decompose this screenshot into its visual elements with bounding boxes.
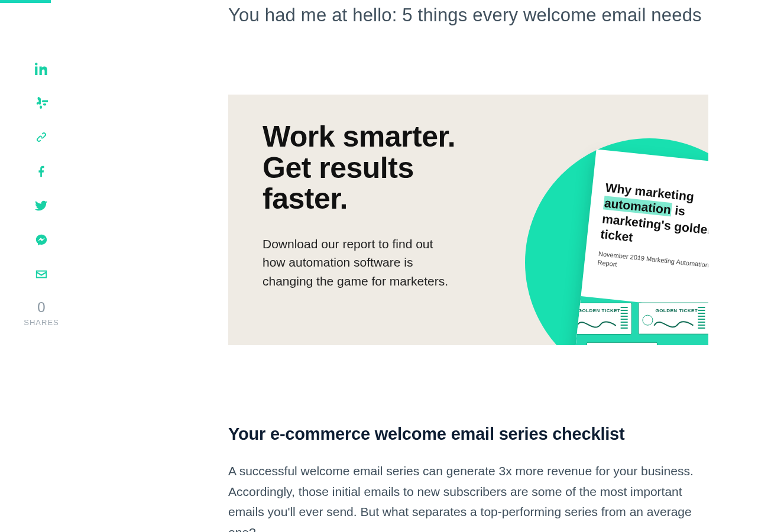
- promo-banner-body: Download our report to find out how auto…: [263, 235, 458, 291]
- promo-banner-headline: Work smarter. Get results faster.: [263, 121, 505, 215]
- report-card-title: Why marketing automation is marketing's …: [600, 180, 708, 256]
- article-heading: Your e-commerce welcome email series che…: [228, 424, 708, 444]
- ticket-label: GOLDEN TICKET: [655, 308, 698, 313]
- page-title: You had me at hello: 5 things every welc…: [228, 5, 708, 26]
- share-rail: 0 SHARES: [24, 57, 59, 327]
- article-main: You had me at hello: 5 things every welc…: [228, 0, 708, 532]
- promo-banner-text: Work smarter. Get results faster. Downlo…: [263, 121, 505, 290]
- share-label: SHARES: [18, 318, 65, 327]
- report-card: autopilot Why marketing automation is ma…: [573, 149, 708, 345]
- slack-share-icon[interactable]: [30, 91, 53, 115]
- email-share-icon[interactable]: [30, 262, 53, 286]
- ticket-label: GOLDEN TICKET: [578, 308, 621, 313]
- share-count: 0: [18, 299, 65, 316]
- twitter-share-icon[interactable]: [30, 194, 53, 218]
- article-paragraph: A successful welcome email series can ge…: [228, 461, 701, 532]
- linkedin-share-icon[interactable]: [30, 57, 53, 80]
- promo-banner-art: autopilot Why marketing automation is ma…: [495, 109, 708, 345]
- ticket-pattern: GOLDEN TICKET GOLDEN TICKET GOLDEN TICKE…: [573, 296, 708, 345]
- copy-link-icon[interactable]: [30, 125, 53, 149]
- reading-progress-bar: [0, 0, 51, 3]
- messenger-share-icon[interactable]: [30, 228, 53, 252]
- report-card-subtitle: November 2019 Marketing Automation Surve…: [597, 249, 708, 283]
- facebook-share-icon[interactable]: [30, 160, 53, 183]
- promo-banner[interactable]: Work smarter. Get results faster. Downlo…: [228, 95, 708, 345]
